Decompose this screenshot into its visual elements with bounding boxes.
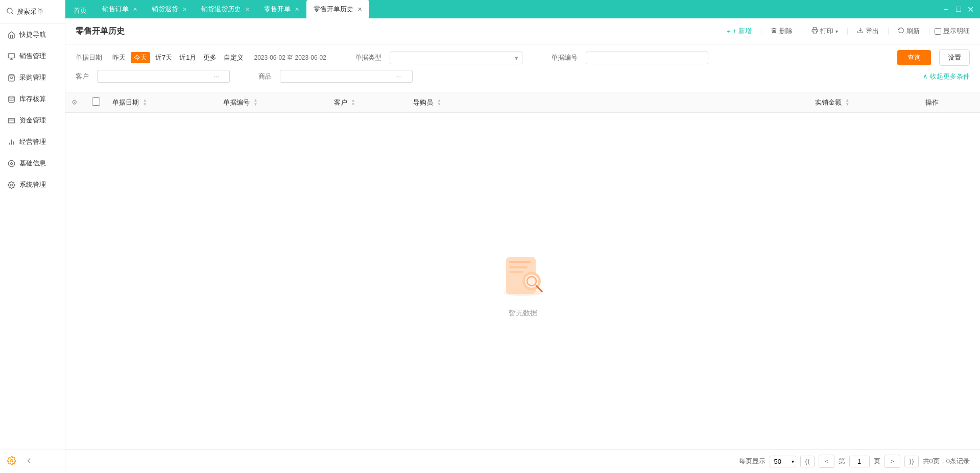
close-button[interactable]: ✕ — [967, 5, 974, 14]
finance-icon — [7, 116, 15, 125]
per-page-label: 每页显示 — [739, 457, 766, 466]
empty-svg — [495, 244, 551, 301]
settings-button[interactable]: 设置 — [939, 49, 970, 66]
collapse-sidebar-icon[interactable] — [25, 456, 34, 467]
col-customer: 客户 ▲▼ — [328, 92, 407, 113]
bill-type-select[interactable] — [390, 52, 522, 64]
show-detail-checkbox[interactable] — [935, 28, 941, 35]
sidebar-item-operations[interactable]: 经营管理 — [0, 131, 65, 153]
main-content: 首页 销售订单 ✕ 销货退货 ✕ 销货退货历史 ✕ 零售开单 ✕ 零售开单历史 … — [65, 0, 980, 473]
date-option-1month[interactable]: 近1月 — [177, 52, 198, 63]
search-icon — [6, 7, 14, 16]
tab-retail-open[interactable]: 零售开单 ✕ — [257, 0, 306, 18]
customer-input[interactable]: ··· — [97, 70, 230, 83]
query-button[interactable]: 查询 — [897, 50, 931, 65]
sort-icons[interactable]: ▲▼ — [437, 98, 441, 107]
sort-icons[interactable]: ▲▼ — [143, 98, 147, 107]
tab-close-icon[interactable]: ✕ — [133, 6, 137, 13]
search-menu[interactable]: 搜索采单 — [0, 0, 65, 24]
page-header: 零售开单历史 + + 新增 删除 打印 ▾ — [65, 18, 980, 44]
tab-sales-order[interactable]: 销售订单 ✕ — [95, 0, 145, 18]
refresh-label: 刷新 — [906, 27, 920, 36]
tab-close-icon[interactable]: ✕ — [245, 6, 250, 13]
tab-sales-return-history[interactable]: 销货退货历史 ✕ — [194, 0, 257, 18]
bill-no-input[interactable] — [586, 52, 708, 64]
sidebar-item-sys-mgmt[interactable]: 系统管理 — [0, 174, 65, 195]
svg-rect-15 — [813, 31, 817, 33]
tab-sales-return[interactable]: 销货退货 ✕ — [145, 0, 194, 18]
table-area: ⚙ 单据日期 ▲▼ 单据编号 ▲▼ — [65, 92, 980, 449]
pagination: 每页显示 50 10 20 100 ▾ ⟨⟨ ＜ 第 页 ＞ ⟩⟩ 共0页，0条… — [65, 449, 980, 473]
sidebar-item-basic-info[interactable]: 基础信息 — [0, 153, 65, 174]
bill-no-label: 单据编号 — [551, 53, 578, 62]
first-page-button[interactable]: ⟨⟨ — [800, 456, 815, 467]
export-button[interactable]: 导出 — [853, 24, 883, 38]
delete-button[interactable]: 删除 — [767, 24, 797, 38]
table-header-row: ⚙ 单据日期 ▲▼ 单据编号 ▲▼ — [65, 92, 980, 113]
col-date-label: 单据日期 — [112, 98, 139, 106]
customer-label: 客户 — [76, 72, 89, 81]
tab-sales-return-history-label: 销货退货历史 — [201, 5, 241, 14]
divider — [847, 28, 848, 35]
per-page-select[interactable]: 50 10 20 100 — [770, 456, 796, 467]
sidebar-item-finance[interactable]: 资金管理 — [0, 110, 65, 131]
refresh-icon — [898, 27, 904, 35]
date-option-more[interactable]: 更多 — [201, 52, 219, 63]
sidebar-bottom — [0, 450, 65, 473]
select-all-checkbox[interactable] — [92, 97, 100, 106]
tab-home-label: 首页 — [74, 7, 87, 14]
sort-icons[interactable]: ▲▼ — [254, 98, 258, 107]
sidebar-item-sales-mgmt[interactable]: 销售管理 — [0, 45, 65, 67]
svg-point-6 — [8, 96, 14, 98]
svg-rect-21 — [509, 271, 523, 273]
settings-col: ⚙ — [65, 92, 86, 113]
purchase-icon — [7, 73, 15, 82]
sidebar-item-inventory[interactable]: 库存核算 — [0, 88, 65, 110]
date-option-yesterday[interactable]: 昨天 — [110, 52, 128, 63]
refresh-button[interactable]: 刷新 — [894, 24, 924, 38]
toolbar: + + 新增 删除 打印 ▾ — [723, 24, 970, 38]
show-detail-toggle[interactable]: 显示明细 — [935, 27, 970, 36]
divider — [761, 28, 761, 35]
next-page-button[interactable]: ＞ — [885, 455, 900, 468]
print-button[interactable]: 打印 ▾ — [807, 24, 842, 38]
page-number-input[interactable] — [849, 456, 870, 467]
col-action: 操作 — [919, 92, 980, 113]
tab-retail-history[interactable]: 零售开单历史 ✕ — [306, 0, 369, 18]
goods-input[interactable]: ··· — [280, 70, 413, 83]
sidebar-item-purchase-mgmt[interactable]: 采购管理 — [0, 67, 65, 88]
date-option-today[interactable]: 今天 — [131, 52, 150, 63]
sidebar-item-quick-nav[interactable]: 快捷导航 — [0, 24, 65, 45]
sidebar: 搜索采单 快捷导航 销售管理 采购管理 库存核算 — [0, 0, 65, 473]
checkbox-col — [86, 92, 106, 113]
last-page-button[interactable]: ⟩⟩ — [904, 456, 919, 467]
maximize-button[interactable]: □ — [956, 5, 961, 14]
sort-icons[interactable]: ▲▼ — [845, 98, 849, 107]
add-button[interactable]: + + 新增 — [723, 24, 756, 38]
sort-icons[interactable]: ▲▼ — [351, 98, 355, 107]
settings-gear-icon[interactable] — [7, 456, 16, 467]
tab-retail-history-label: 零售开单历史 — [314, 5, 353, 14]
svg-line-26 — [537, 286, 542, 291]
svg-line-1 — [11, 12, 13, 14]
tab-close-icon[interactable]: ✕ — [182, 6, 187, 13]
svg-rect-7 — [8, 118, 15, 123]
collapse-button[interactable]: ∧ 收起更多条件 — [923, 72, 970, 81]
date-option-7days[interactable]: 近7天 — [153, 52, 174, 63]
sidebar-item-label: 系统管理 — [19, 180, 46, 189]
tabs-container: 首页 销售订单 ✕ 销货退货 ✕ 销货退货历史 ✕ 零售开单 ✕ 零售开单历史 … — [65, 0, 369, 18]
tab-bar: 首页 销售订单 ✕ 销货退货 ✕ 销货退货历史 ✕ 零售开单 ✕ 零售开单历史 … — [65, 0, 980, 18]
table-settings-icon[interactable]: ⚙ — [71, 98, 78, 106]
svg-point-13 — [10, 184, 12, 186]
svg-point-12 — [10, 162, 12, 164]
prev-page-button[interactable]: ＜ — [819, 455, 834, 468]
tab-home[interactable]: 首页 — [65, 3, 95, 18]
filter-area: 单据日期 昨天 今天 近7天 近1月 更多 自定义 2023-06-02 至 2… — [65, 44, 980, 92]
print-chevron-icon: ▾ — [835, 29, 838, 34]
minimize-button[interactable]: － — [942, 4, 950, 15]
tab-close-icon[interactable]: ✕ — [295, 6, 299, 13]
empty-state: 暂无数据 — [65, 113, 980, 449]
tab-close-icon[interactable]: ✕ — [357, 6, 362, 13]
data-table: ⚙ 单据日期 ▲▼ 单据编号 ▲▼ — [65, 92, 980, 113]
date-option-custom[interactable]: 自定义 — [222, 52, 246, 63]
